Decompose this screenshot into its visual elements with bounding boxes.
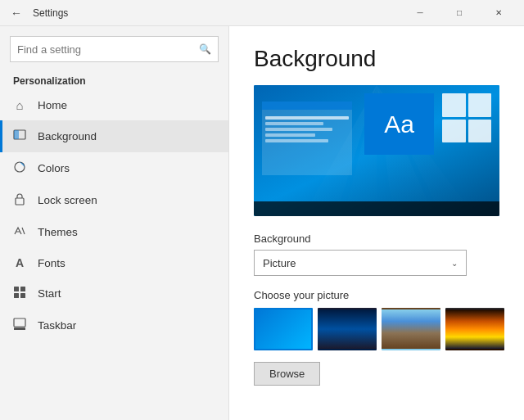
colors-icon <box>13 160 26 176</box>
svg-rect-3 <box>16 198 24 205</box>
browse-button[interactable]: Browse <box>254 362 320 386</box>
minimize-button[interactable]: ─ <box>401 0 439 26</box>
sidebar-item-label: Background <box>38 130 97 142</box>
window-controls: ─ □ ✕ <box>401 0 517 26</box>
home-icon: ⌂ <box>13 98 26 112</box>
picture-thumb-2[interactable] <box>318 308 377 350</box>
preview-aa-tile: Aa <box>364 93 434 155</box>
page-title: Background <box>254 46 499 72</box>
background-form-label: Background <box>254 233 499 245</box>
search-icon: 🔍 <box>199 43 211 55</box>
maximize-button[interactable]: □ <box>440 0 478 26</box>
sidebar-item-home[interactable]: ⌂ Home <box>0 90 228 120</box>
win-tile-2 <box>468 93 492 117</box>
sidebar-item-themes[interactable]: Themes <box>0 216 228 248</box>
background-dropdown[interactable]: Picture ⌄ <box>254 250 467 276</box>
win-tile-3 <box>442 120 466 143</box>
sidebar-item-label: Lock screen <box>38 194 97 206</box>
sidebar-item-fonts[interactable]: A Fonts <box>0 248 228 278</box>
themes-icon <box>13 224 26 240</box>
content-area: Background <box>229 26 524 420</box>
sidebar-item-background[interactable]: Background <box>0 120 228 152</box>
sidebar-item-label: Themes <box>38 226 78 238</box>
sidebar-item-label: Colors <box>38 162 70 174</box>
picture-thumb-4[interactable] <box>445 308 504 350</box>
sidebar-item-label: Fonts <box>38 257 66 269</box>
background-preview: Aa <box>254 85 499 216</box>
picture-thumb-1[interactable] <box>254 308 313 350</box>
sidebar-item-label: Start <box>38 287 61 300</box>
sidebar: 🔍 Personalization ⌂ Home Background <box>0 26 229 420</box>
main-layout: 🔍 Personalization ⌂ Home Background <box>0 26 524 420</box>
pictures-grid <box>254 308 499 350</box>
start-icon <box>13 286 26 301</box>
svg-rect-6 <box>14 293 19 298</box>
sidebar-item-start[interactable]: Start <box>0 278 228 309</box>
fonts-icon: A <box>13 256 26 269</box>
svg-rect-9 <box>14 327 25 330</box>
sidebar-item-label: Home <box>38 99 67 111</box>
titlebar: ← Settings ─ □ ✕ <box>0 0 524 26</box>
sidebar-item-lock-screen[interactable]: Lock screen <box>0 184 228 216</box>
search-box[interactable]: 🔍 <box>10 36 219 62</box>
background-icon <box>13 129 26 144</box>
svg-rect-5 <box>20 287 25 291</box>
sidebar-item-colors[interactable]: Colors <box>0 152 228 184</box>
win-tile-1 <box>442 93 466 117</box>
picture-thumb-3[interactable] <box>382 308 440 350</box>
window-title: Settings <box>33 7 401 19</box>
windows-logo-tiles <box>442 93 491 142</box>
back-button[interactable]: ← <box>7 3 26 23</box>
search-input[interactable] <box>17 43 199 56</box>
section-label: Personalization <box>0 69 228 90</box>
close-button[interactable]: ✕ <box>480 0 517 26</box>
sidebar-item-label: Taskbar <box>38 319 76 332</box>
dropdown-value: Picture <box>263 257 296 269</box>
svg-rect-1 <box>14 130 19 139</box>
svg-rect-4 <box>14 287 19 291</box>
chevron-down-icon: ⌄ <box>451 259 458 268</box>
choose-picture-label: Choose your picture <box>254 289 499 301</box>
sidebar-item-taskbar[interactable]: Taskbar <box>0 309 228 341</box>
preview-taskbar <box>254 201 499 216</box>
preview-left-panel <box>262 102 352 175</box>
taskbar-icon <box>13 318 26 333</box>
svg-rect-8 <box>14 318 25 327</box>
wallpaper-background: Aa <box>254 85 499 216</box>
svg-rect-7 <box>20 293 25 298</box>
win-tile-4 <box>468 120 492 143</box>
lock-screen-icon <box>13 192 26 208</box>
